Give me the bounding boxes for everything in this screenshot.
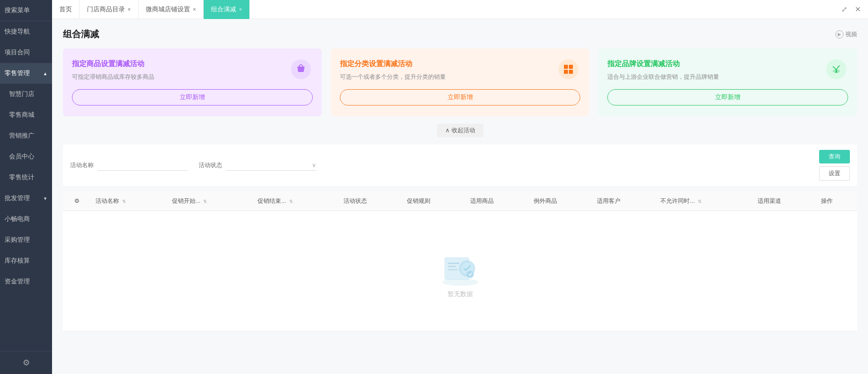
th-activity-name[interactable]: 活动名称 ⇅: [91, 192, 167, 211]
svg-rect-4: [564, 70, 568, 74]
card-title: 指定商品设置满减活动: [72, 59, 313, 69]
th-promo-end[interactable]: 促销结束... ⇅: [253, 192, 339, 211]
sort-icon: ⇅: [203, 199, 207, 204]
activity-status-select[interactable]: ∨: [226, 160, 316, 171]
th-label: 例外商品: [534, 197, 557, 204]
th-gear[interactable]: ⚙: [63, 192, 91, 211]
brand-card: 指定品牌设置满减活动 适合与上游企业联合做营销，提升品牌销量 立即新增: [598, 48, 857, 116]
tab-combo-discount[interactable]: 组合满减 ×: [204, 0, 250, 19]
close-icon[interactable]: ×: [239, 6, 242, 13]
sidebar-item-label: 资金管理: [5, 278, 30, 286]
table-body: 暂无数据: [63, 211, 857, 331]
empty-text: 暂无数据: [448, 290, 473, 298]
th-exceptional-goods: 例外商品: [529, 192, 592, 211]
cards-row: 指定商品设置满减活动 可指定滞销商品或库存较多商品 立即新增: [63, 48, 857, 116]
sort-icon: ⇅: [289, 199, 293, 204]
close-icon[interactable]: ×: [193, 6, 196, 13]
video-link[interactable]: ▶ 视频: [835, 30, 857, 38]
table-wrapper: ⚙ 活动名称 ⇅ 促销开始... ⇅ 促销结束... ⇅: [63, 192, 857, 331]
tab-store-catalog[interactable]: 门店商品目录 ×: [80, 0, 138, 19]
window-actions: ⤢ ✕: [839, 5, 868, 14]
product-card: 指定商品设置满减活动 可指定滞销商品或库存较多商品 立即新增: [63, 48, 322, 116]
sidebar-item-xuchang-ecom[interactable]: 小畅电商: [0, 209, 52, 230]
sidebar-item-project-contract[interactable]: 项目合同: [0, 42, 52, 63]
filter-activity-name: 活动名称: [70, 160, 188, 171]
chevron-up-icon: ∧: [445, 127, 450, 134]
category-card: 指定分类设置满减活动 可选一个或者多个分类，提升分类的销量 立即新增: [331, 48, 590, 116]
card-desc: 可选一个或者多个分类，提升分类的销量: [340, 72, 581, 82]
sidebar-item-purchase-mgmt[interactable]: 采购管理: [0, 230, 52, 250]
card-title: 指定品牌设置满减活动: [607, 59, 848, 69]
sidebar-item-fund-mgmt[interactable]: 资金管理: [0, 271, 52, 292]
sidebar-item-label: 库存核算: [5, 257, 30, 265]
sidebar-item-member-center[interactable]: 会员中心: [0, 146, 52, 167]
close-button[interactable]: ✕: [853, 5, 863, 14]
card-desc: 可指定滞销商品或库存较多商品: [72, 72, 313, 82]
product-card-add-button[interactable]: 立即新增: [72, 89, 313, 105]
th-label: 不允许同时...: [660, 197, 695, 204]
sidebar-item-wholesale-mgmt[interactable]: 批发管理 ▼: [0, 188, 52, 209]
collapse-button[interactable]: ∧ 收起活动: [437, 124, 483, 137]
card-icon: [291, 59, 311, 83]
query-button[interactable]: 查询: [819, 150, 850, 163]
th-no-concurrent[interactable]: 不允许同时... ⇅: [656, 192, 753, 211]
th-promo-start[interactable]: 促销开始... ⇅: [167, 192, 253, 211]
sidebar: 搜索菜单 快捷导航 项目合同 零售管理 ▲ 智慧门店 零售商城 营销推广 会员中…: [0, 0, 52, 374]
th-promo-rule: 促销规则: [402, 192, 466, 211]
th-label: 促销结束...: [258, 197, 286, 204]
tab-wechat-store-settings[interactable]: 微商城店铺设置 ×: [138, 0, 204, 19]
sidebar-item-label: 小畅电商: [5, 215, 30, 223]
main-content: 首页 门店商品目录 × 微商城店铺设置 × 组合满减 × ⤢ ✕ 组合满减 ▶ …: [52, 0, 868, 374]
svg-rect-5: [569, 70, 573, 74]
tab-label: 首页: [59, 5, 72, 14]
tab-label: 组合满减: [211, 5, 236, 14]
sidebar-settings[interactable]: ⚙: [0, 351, 52, 374]
svg-rect-16: [448, 266, 456, 267]
maximize-button[interactable]: ⤢: [839, 5, 849, 14]
sidebar-search[interactable]: 搜索菜单: [0, 0, 52, 21]
tab-bar: 首页 门店商品目录 × 微商城店铺设置 × 组合满减 × ⤢ ✕: [52, 0, 868, 19]
gear-icon: ⚙: [23, 358, 30, 368]
table-header-row: ⚙ 活动名称 ⇅ 促销开始... ⇅ 促销结束... ⇅: [63, 192, 857, 211]
chevron-up-icon: ▲: [43, 71, 48, 76]
sidebar-item-inventory-calc[interactable]: 库存核算: [0, 250, 52, 271]
sidebar-item-marketing[interactable]: 营销推广: [0, 125, 52, 146]
category-card-add-button[interactable]: 立即新增: [340, 89, 581, 105]
sidebar-item-quick-nav[interactable]: 快捷导航: [0, 21, 52, 42]
card-icon: [826, 59, 846, 83]
empty-illustration: [433, 244, 487, 290]
tab-home[interactable]: 首页: [52, 0, 80, 19]
play-icon: ▶: [835, 30, 844, 38]
sidebar-item-smart-store[interactable]: 智慧门店: [0, 84, 52, 105]
sidebar-item-retail-stats[interactable]: 零售统计: [0, 167, 52, 188]
th-label: 促销开始...: [172, 197, 200, 204]
sidebar-item-label: 零售管理: [5, 69, 30, 77]
svg-rect-2: [564, 65, 568, 69]
setting-button[interactable]: 设置: [819, 166, 850, 181]
th-label: 活动名称: [95, 197, 119, 204]
svg-point-8: [835, 71, 837, 73]
empty-state: 暂无数据: [67, 216, 853, 326]
sidebar-item-retail-mgmt[interactable]: 零售管理 ▲: [0, 63, 52, 84]
activity-name-input[interactable]: [97, 160, 188, 171]
close-icon[interactable]: ×: [128, 6, 131, 13]
page-content: 组合满减 ▶ 视频 指定商品设置满减活动 可指定滞销商品或库存: [52, 19, 868, 374]
activity-name-label: 活动名称: [70, 161, 94, 169]
card-desc: 适合与上游企业联合做营销，提升品牌销量: [607, 72, 848, 82]
card-icon: [558, 59, 578, 83]
filter-actions: 查询 设置: [819, 150, 850, 181]
page-header: 组合满减 ▶ 视频: [63, 28, 857, 40]
th-applicable-customer: 适用客户: [592, 192, 656, 211]
sort-icon: ⇅: [698, 199, 701, 204]
brand-card-add-button[interactable]: 立即新增: [607, 89, 848, 105]
th-label: 适用商品: [470, 197, 494, 204]
chevron-down-icon: ∨: [312, 162, 316, 168]
filter-row: 活动名称 活动状态 ∨ 查询 设置: [63, 144, 857, 186]
sidebar-item-retail-mall[interactable]: 零售商城: [0, 105, 52, 125]
collapse-row: ∧ 收起活动: [63, 124, 857, 137]
filter-activity-status: 活动状态 ∨: [199, 160, 316, 171]
empty-cell: 暂无数据: [63, 211, 857, 331]
sidebar-item-label: 营销推广: [9, 132, 34, 140]
data-table: ⚙ 活动名称 ⇅ 促销开始... ⇅ 促销结束... ⇅: [63, 192, 857, 331]
svg-point-1: [558, 59, 578, 79]
